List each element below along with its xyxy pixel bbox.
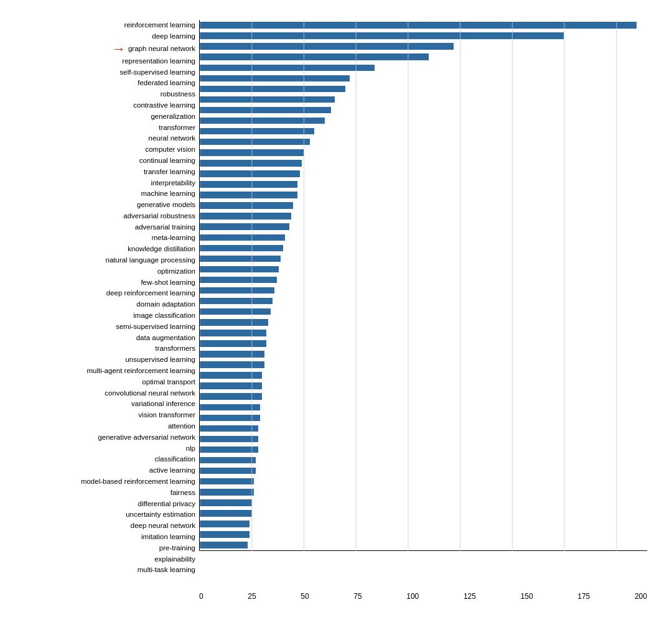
bar-row (200, 338, 647, 349)
y-label: adversarial training (135, 222, 195, 233)
bar-row (200, 94, 647, 104)
bar (200, 118, 325, 124)
x-tick: 125 (464, 592, 476, 601)
bar-row (200, 317, 647, 328)
y-label: transformer (159, 122, 195, 133)
x-tick: 0 (199, 592, 203, 601)
bar-row (200, 147, 647, 158)
bar-row (200, 73, 647, 83)
y-label: deep reinforcement learning (106, 288, 195, 299)
bar-row (200, 349, 647, 359)
bar-row (200, 412, 647, 423)
y-label: deep learning (152, 31, 195, 42)
bar (200, 531, 250, 538)
bar (200, 96, 335, 103)
y-label: machine learning (141, 188, 195, 200)
y-label: federated learning (138, 78, 195, 89)
bar (200, 170, 300, 177)
bars-area (199, 20, 647, 551)
y-label: transformers (155, 343, 195, 354)
y-label: generative adversarial network (98, 432, 195, 443)
bar-row (200, 253, 647, 264)
y-label: attention (168, 421, 195, 432)
x-axis: 0255075100125150175200 (199, 592, 647, 601)
bar-row (200, 370, 647, 381)
y-label: natural language processing (106, 255, 196, 266)
bar (200, 149, 304, 156)
x-tick: 175 (577, 592, 590, 601)
bar (200, 489, 254, 496)
y-label: computer vision (145, 144, 195, 155)
bar (200, 340, 266, 347)
bar (200, 65, 375, 72)
bar (200, 277, 277, 284)
y-label: uncertainty estimation (126, 509, 195, 520)
bar (200, 425, 258, 432)
y-label: transfer learning (144, 167, 195, 178)
y-label: variational inference (131, 399, 195, 410)
y-label: nlp (186, 443, 195, 454)
y-label: convolutional neural network (105, 388, 195, 399)
bar (200, 510, 252, 517)
bar-row (200, 83, 647, 94)
bar-row (200, 328, 647, 338)
y-label: self-supervised learning (120, 67, 195, 78)
bar-row (200, 105, 647, 116)
y-label: interpretability (151, 177, 195, 188)
y-label: generative models (137, 200, 195, 211)
bar-row (200, 285, 647, 296)
y-label: pre-training (159, 543, 195, 554)
y-label: differential privacy (138, 498, 195, 509)
bar (200, 415, 260, 422)
bar-row (200, 359, 647, 370)
bar (200, 128, 314, 135)
bar-row (200, 30, 647, 41)
bar (200, 139, 310, 146)
bar (200, 43, 454, 50)
bar-row (200, 211, 647, 221)
bar (200, 32, 564, 39)
bar-row (200, 20, 647, 30)
bar-row (200, 137, 647, 147)
bar-row (200, 433, 647, 444)
bar (200, 351, 264, 358)
bar (200, 213, 291, 220)
bar (200, 404, 260, 411)
y-label: model-based reinforcement learning (81, 476, 195, 488)
bar-row (200, 169, 647, 179)
bar-row (200, 307, 647, 317)
y-label: unsupervised learning (125, 354, 195, 366)
bar-row (200, 402, 647, 412)
bar (200, 319, 268, 326)
chart-body: reinforcement learningdeep learning→ gra… (6, 20, 647, 576)
bar (200, 86, 345, 93)
y-label: imitation learning (141, 532, 195, 543)
bar-row (200, 445, 647, 455)
bar-row (200, 519, 647, 529)
y-label: robustness (161, 89, 195, 100)
arrow-indicator: → (112, 42, 126, 56)
bar (200, 393, 262, 400)
y-label: image classification (133, 310, 195, 322)
bar-row (200, 62, 647, 73)
bar-row (200, 116, 647, 126)
bar-row (200, 540, 647, 550)
y-label: explainability (154, 553, 195, 565)
bar-row (200, 264, 647, 274)
chart-container: reinforcement learningdeep learning→ gra… (0, 0, 672, 643)
bar (200, 478, 254, 485)
bar-row (200, 476, 647, 487)
bar-row (200, 52, 647, 62)
x-tick: 200 (635, 592, 647, 601)
y-label: optimization (157, 266, 195, 277)
bar-row (200, 126, 647, 137)
bar-row (200, 497, 647, 508)
y-label: active learning (149, 465, 195, 476)
y-label: optimal transport (142, 377, 195, 388)
y-label: representation learning (122, 56, 195, 67)
y-label: domain adaptation (136, 299, 195, 310)
y-label: generalization (151, 111, 195, 123)
bar (200, 520, 250, 527)
bar (200, 53, 429, 60)
bar (200, 446, 258, 453)
